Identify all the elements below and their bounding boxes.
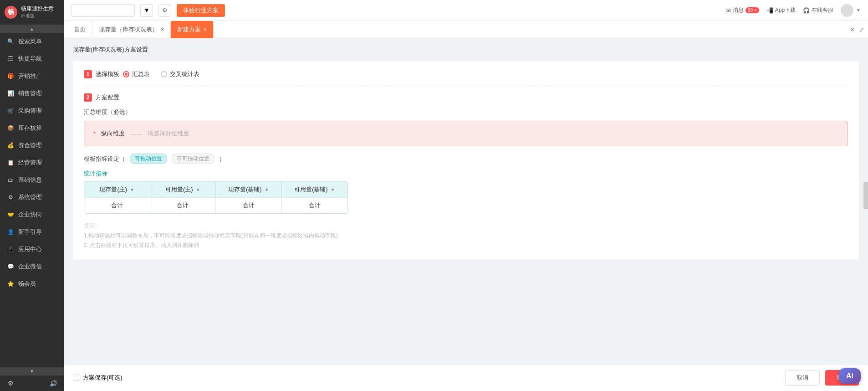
tab-stock-status-close[interactable]: × xyxy=(161,26,164,33)
stats-col-name-3: 可用量(基辅) xyxy=(294,185,328,194)
step1-title: 选择模板 xyxy=(96,70,119,78)
radio-summary[interactable]: 汇总表 xyxy=(123,70,150,78)
member-icon xyxy=(6,280,15,288)
topbar-gear-button[interactable]: ⚙ xyxy=(158,4,171,17)
msg-icon: ✉ xyxy=(726,7,731,14)
sidebar-item-apps[interactable]: 应用中心 xyxy=(0,241,64,258)
sidebar-item-newuser[interactable]: 新手引导 xyxy=(0,223,64,241)
right-edge-handle[interactable] xyxy=(863,182,868,209)
cancel-button[interactable]: 取消 xyxy=(785,370,820,386)
tab-stock-status-label: 现存量（库存状况表） xyxy=(99,26,158,34)
tab-new-scheme[interactable]: 新建方案 × xyxy=(171,21,214,38)
sidebar-item-manage[interactable]: 经营管理 xyxy=(0,154,64,171)
tabs-window-buttons: ✕ ⤢ xyxy=(850,26,864,33)
sidebar-item-member[interactable]: 畅会员 xyxy=(0,275,64,293)
sidebar-sound-icon[interactable] xyxy=(49,379,57,387)
sidebar-item-purchase[interactable]: 采购管理 xyxy=(0,102,64,119)
tab-stock-status[interactable]: 现存量（库存状况表） × xyxy=(92,21,171,38)
topbar-online-service[interactable]: 🎧 在线客服 xyxy=(803,6,833,14)
sidebar-item-search[interactable]: 搜索菜单 xyxy=(0,33,64,50)
purchase-icon xyxy=(6,107,15,115)
topbar-dropdown-button[interactable]: ▼ xyxy=(140,4,153,17)
tabs-bar: 首页 现存量（库存状况表） × 新建方案 × ✕ ⤢ xyxy=(64,21,868,38)
radio-cross[interactable]: 交叉统计表 xyxy=(161,70,199,78)
finance-icon xyxy=(6,141,15,149)
indicator-settings-suffix: ） xyxy=(219,155,225,163)
trial-industry-button[interactable]: 体验行业方案 xyxy=(177,4,225,17)
scheme-settings-section: 1 选择模板 汇总表 交叉统计表 2 方案 xyxy=(73,61,859,260)
ai-button[interactable]: Ai xyxy=(839,368,861,384)
gift-icon xyxy=(6,72,15,80)
topbar-messages[interactable]: ✉ 消息 99 + xyxy=(726,6,759,14)
stats-col-body-0: 合计 xyxy=(84,197,150,213)
draggable-tag: 可拖动位置 xyxy=(130,154,167,164)
scheme-save-checkbox[interactable] xyxy=(73,375,79,381)
dimension-area[interactable]: * 纵向维度 —— 请选择分组维度 xyxy=(84,121,848,146)
step1-number: 1 xyxy=(84,70,92,78)
manage-icon xyxy=(6,159,15,167)
sidebar-scroll-down[interactable]: ▼ xyxy=(0,367,64,375)
sidebar-item-label: 采购管理 xyxy=(18,107,42,115)
sidebar-item-label: 快捷导航 xyxy=(18,55,42,63)
stats-table-header: 现存量(主) ▼ 可用量(主) ▼ 现存量(基辅) ▼ 可用量(基辅) xyxy=(84,182,347,197)
chevron-down-icon-0: ▼ xyxy=(130,187,134,192)
sidebar-item-quick-nav[interactable]: 快捷导航 xyxy=(0,50,64,67)
sidebar-item-label: 企业微信 xyxy=(18,262,42,271)
sidebar-item-system[interactable]: 系统管理 xyxy=(0,189,64,206)
sidebar-item-label: 系统管理 xyxy=(18,193,42,201)
nav-icon xyxy=(6,55,15,63)
window-close-button[interactable]: ✕ xyxy=(850,26,855,33)
sidebar-item-corp[interactable]: 企业协同 xyxy=(0,206,64,223)
tab-home[interactable]: 首页 xyxy=(67,21,92,38)
sidebar-gear-icon[interactable] xyxy=(6,379,15,387)
tips-area: 提示： 1.拖动标题栏可以调整布局，不可跨维度或指标区域拖动栏目字段(只能在同一… xyxy=(84,221,848,251)
sidebar-scroll-up[interactable]: ▲ xyxy=(0,25,64,33)
stats-col-header-3[interactable]: 可用量(基辅) ▼ xyxy=(282,182,348,197)
sidebar-item-label: 基础信息 xyxy=(18,176,42,184)
topbar-search-input[interactable] xyxy=(71,4,135,17)
base-icon xyxy=(6,176,15,184)
page-title: 现存量(库存状况表)方案设置 xyxy=(73,46,859,54)
user-avatar xyxy=(841,4,853,17)
sidebar-item-wechat[interactable]: 企业微信 xyxy=(0,258,64,275)
sidebar-item-base[interactable]: 基础信息 xyxy=(0,171,64,189)
stats-col-header-1[interactable]: 可用量(主) ▼ xyxy=(150,182,216,197)
sidebar-item-finance[interactable]: 资金管理 xyxy=(0,137,64,154)
sidebar: 畅 畅康通好生意 标准版 ▲ 搜索菜单 快捷导航 营销推广 销售管理 采购管理 xyxy=(0,0,64,391)
stats-col-header-2[interactable]: 现存量(基辅) ▼ xyxy=(216,182,282,197)
tab-new-scheme-close[interactable]: × xyxy=(204,26,207,33)
scheme-save: 方案保存(可选) xyxy=(73,374,123,382)
stats-col-body-1: 合计 xyxy=(150,197,216,213)
gear-icon: ⚙ xyxy=(162,7,168,14)
messages-label: 消息 xyxy=(733,6,744,14)
stats-col-header-0[interactable]: 现存量(主) ▼ xyxy=(84,182,150,197)
radio-summary-label: 汇总表 xyxy=(132,70,150,78)
corp-icon xyxy=(6,211,15,219)
newuser-icon xyxy=(6,228,15,236)
topbar-user[interactable]: ▼ xyxy=(841,4,861,17)
indicator-settings-label: 模板指标设定（ xyxy=(84,155,125,163)
sidebar-item-sales[interactable]: 销售管理 xyxy=(0,85,64,102)
window-resize-button[interactable]: ⤢ xyxy=(859,26,864,33)
step2-number: 2 xyxy=(84,93,92,102)
sidebar-item-label: 库存核算 xyxy=(18,124,42,132)
non-draggable-tag: 不可拖动位置 xyxy=(172,154,214,164)
chevron-down-icon-1: ▼ xyxy=(196,187,200,192)
radio-cross-label: 交叉统计表 xyxy=(170,70,199,78)
sidebar-item-label: 营销推广 xyxy=(18,72,42,80)
radio-cross-circle xyxy=(161,71,167,77)
topbar-app-download[interactable]: 📲 App下载 xyxy=(766,6,796,14)
tab-new-scheme-label: 新建方案 xyxy=(177,26,201,34)
sidebar-item-marketing[interactable]: 营销推广 xyxy=(0,67,64,85)
messages-badge: 99 + xyxy=(745,7,759,13)
sidebar-item-label: 企业协同 xyxy=(18,211,42,219)
sidebar-item-stock[interactable]: 库存核算 xyxy=(0,119,64,137)
step2-title: 方案配置 xyxy=(96,93,119,102)
step1-header: 1 选择模板 汇总表 交叉统计表 xyxy=(84,70,848,78)
footer-bar: 方案保存(可选) 取消 查询 xyxy=(64,364,868,391)
service-label: 在线客服 xyxy=(812,6,833,14)
app-logo-icon: 畅 xyxy=(5,6,17,19)
step-divider xyxy=(84,86,848,86)
system-icon xyxy=(6,193,15,201)
chevron-down-icon: ▼ xyxy=(856,8,861,13)
